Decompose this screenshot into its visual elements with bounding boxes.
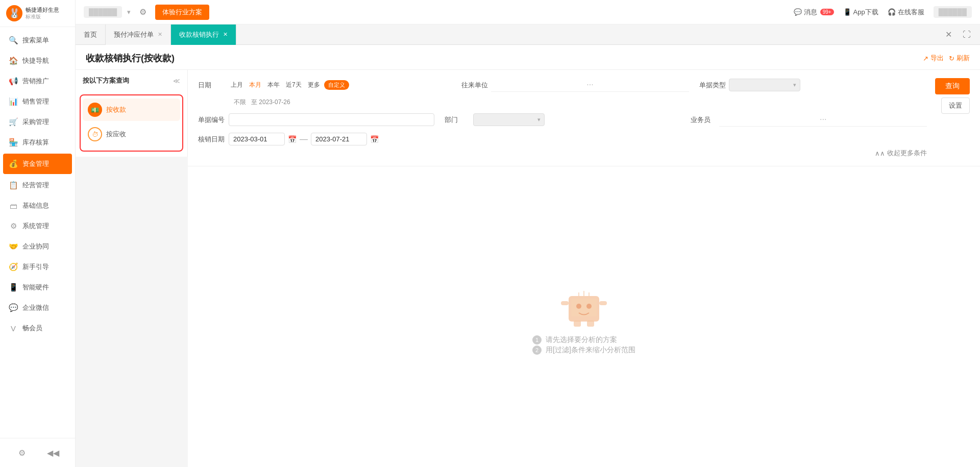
system-icon: ⚙: [8, 221, 18, 231]
sidebar-item-vip[interactable]: V 畅会员: [0, 318, 75, 338]
logo-sub: 标准版: [26, 13, 59, 20]
tab-close-all-icon[interactable]: ✕: [941, 28, 955, 42]
left-panel: 按以下方案查询 ≪ 💵 按收款 ⏱ 按应收: [76, 70, 188, 157]
verify-date-end[interactable]: [311, 133, 367, 145]
step1-num: 1: [532, 335, 542, 345]
left-panel-collapse-btn[interactable]: ≪: [173, 77, 180, 85]
staff-dots[interactable]: ···: [719, 113, 927, 127]
notif-badge: 99+: [820, 9, 834, 15]
sidebar-label-wechat-work: 企业微信: [22, 303, 49, 312]
sidebar-label-inventory: 库存核算: [22, 138, 49, 147]
operation-icon: 📋: [8, 180, 18, 190]
sidebar-nav: 🔍 搜索菜单 🏠 快捷导航 📢 营销推广 📊 销售管理 🛒 采购管理 🏪 库存核…: [0, 27, 75, 438]
dept-select[interactable]: [473, 113, 545, 126]
sidebar-item-wechat-work[interactable]: 💬 企业微信: [0, 298, 75, 318]
company-selector[interactable]: ██████: [84, 6, 122, 18]
online-service-action[interactable]: 🎧 在线客服: [888, 8, 924, 17]
sidebar-item-guide[interactable]: 🧭 新手引导: [0, 257, 75, 277]
bill-type-select[interactable]: [729, 79, 800, 91]
verify-date-start[interactable]: [229, 133, 285, 145]
query-option-by-receipt[interactable]: 💵 按收款: [83, 99, 180, 121]
top-header: ██████ ▾ ⚙ 体验行业方案 💬 消息 99+ 📱 App下载 🎧 在线客…: [76, 0, 980, 24]
sidebar-item-quick-nav[interactable]: 🏠 快捷导航: [0, 51, 75, 71]
company-dropdown-arrow[interactable]: ▾: [127, 8, 131, 16]
marketing-icon: 📢: [8, 76, 18, 86]
tab-expand-icon[interactable]: ⛶: [960, 28, 974, 42]
finance-icon: 💰: [8, 159, 18, 169]
sidebar-item-marketing[interactable]: 📢 营销推广: [0, 71, 75, 91]
sidebar-item-sales[interactable]: 📊 销售管理: [0, 91, 75, 112]
collapse-more-btn[interactable]: ∧∧ 收起更多条件: [198, 145, 927, 158]
vip-icon: V: [8, 323, 18, 333]
tab-receipt-flush[interactable]: 收款核销执行 ✕: [171, 24, 236, 45]
bill-no-input[interactable]: [229, 113, 434, 126]
bill-no-label: 单据编号: [198, 115, 225, 125]
solution-button[interactable]: 体验行业方案: [155, 5, 209, 20]
top-settings-btn[interactable]: ⚙: [136, 5, 150, 19]
counterparty-group: 往来单位 ···: [461, 78, 689, 92]
empty-steps: 1 请先选择要分析的方案 2 用[过滤]条件来缩小分析范围: [532, 334, 635, 356]
sidebar-item-operation[interactable]: 📋 经营管理: [0, 175, 75, 195]
page-header-actions: ↗ 导出 ↻ 刷新: [923, 54, 970, 63]
sidebar-item-inventory[interactable]: 🏪 库存核算: [0, 132, 75, 153]
step1-text: 请先选择要分析的方案: [546, 335, 617, 345]
query-option-by-receivable[interactable]: ⏱ 按应收: [83, 123, 180, 145]
user-avatar[interactable]: ██████: [934, 6, 972, 18]
sidebar-label-basic-info: 基础信息: [22, 201, 49, 210]
sidebar-item-system[interactable]: ⚙ 系统管理: [0, 216, 75, 236]
sidebar-label-operation: 经营管理: [22, 181, 49, 190]
refresh-icon: ↻: [949, 55, 954, 62]
date-nolimit-row: 不限 至 2023-07-26: [198, 98, 927, 107]
svg-rect-6: [574, 321, 581, 327]
dept-group: 部门 ▾: [445, 113, 681, 126]
sidebar-label-purchase: 采购管理: [22, 117, 49, 127]
sidebar-item-smart-hw[interactable]: 📱 智能硬件: [0, 277, 75, 298]
filter-area: 日期 上月 本月 本年 近7天 更多 自定义: [188, 70, 980, 166]
date-last-month-btn[interactable]: 上月: [229, 80, 245, 90]
empty-illustration: [553, 278, 615, 329]
date-7days-btn[interactable]: 近7天: [284, 80, 304, 90]
tab-receipt-close-icon[interactable]: ✕: [223, 31, 228, 38]
sidebar-item-corp-collab[interactable]: 🤝 企业协同: [0, 236, 75, 257]
verify-date-start-icon[interactable]: 📅: [288, 135, 297, 143]
message-action[interactable]: 💬 消息 99+: [794, 8, 834, 17]
empty-step-1: 1 请先选择要分析的方案: [532, 335, 635, 345]
counterparty-dots[interactable]: ···: [491, 78, 689, 92]
tab-prepay-flush[interactable]: 预付冲应付单 ✕: [106, 24, 171, 45]
refresh-button[interactable]: ↻ 刷新: [949, 54, 970, 63]
left-panel-wrapper: 按以下方案查询 ≪ 💵 按收款 ⏱ 按应收: [76, 70, 188, 467]
svg-point-3: [586, 304, 592, 309]
export-button[interactable]: ↗ 导出: [923, 54, 944, 63]
sidebar: 🐰 畅捷通好生意 标准版 🔍 搜索菜单 🏠 快捷导航 📢 营销推广 📊 销售管理…: [0, 0, 76, 467]
counterparty-label: 往来单位: [461, 81, 488, 90]
filter-row-1: 日期 上月 本月 本年 近7天 更多 自定义: [198, 78, 927, 92]
step2-num: 2: [532, 346, 542, 355]
date-custom-badge[interactable]: 自定义: [324, 80, 349, 90]
date-no-limit: 不限: [234, 98, 246, 107]
sidebar-item-finance[interactable]: 💰 资金管理: [3, 154, 72, 174]
export-icon: ↗: [923, 55, 928, 62]
sidebar-item-purchase[interactable]: 🛒 采购管理: [0, 112, 75, 132]
sidebar-item-basic-info[interactable]: 🗃 基础信息: [0, 195, 75, 216]
date-this-year-btn[interactable]: 本年: [265, 80, 282, 90]
page-body: 按以下方案查询 ≪ 💵 按收款 ⏱ 按应收: [76, 70, 980, 467]
sidebar-label-marketing: 营销推广: [22, 77, 49, 86]
filter-settings-button[interactable]: 设置: [941, 97, 970, 114]
tab-prepay-close-icon[interactable]: ✕: [158, 31, 162, 38]
left-panel-content: 💵 按收款 ⏱ 按应收: [76, 89, 187, 157]
date-this-month-btn[interactable]: 本月: [247, 80, 263, 90]
sidebar-collapse-btn[interactable]: ◀◀: [45, 445, 61, 461]
query-button[interactable]: 查询: [935, 78, 970, 94]
app-download-action[interactable]: 📱 App下载: [843, 8, 878, 17]
sidebar-settings-btn[interactable]: ⚙: [14, 445, 30, 461]
verify-date-end-icon[interactable]: 📅: [370, 135, 379, 143]
message-icon: 💬: [794, 8, 802, 16]
sidebar-item-search-menu[interactable]: 🔍 搜索菜单: [0, 30, 75, 51]
sidebar-label-corp-collab: 企业协同: [22, 242, 49, 251]
tab-home[interactable]: 首页: [76, 24, 106, 45]
phone-icon: 📱: [843, 8, 851, 16]
svg-point-2: [576, 304, 581, 309]
sales-icon: 📊: [8, 96, 18, 107]
date-more-btn[interactable]: 更多: [306, 80, 322, 90]
date-to-text: 至 2023-07-26: [251, 98, 290, 107]
